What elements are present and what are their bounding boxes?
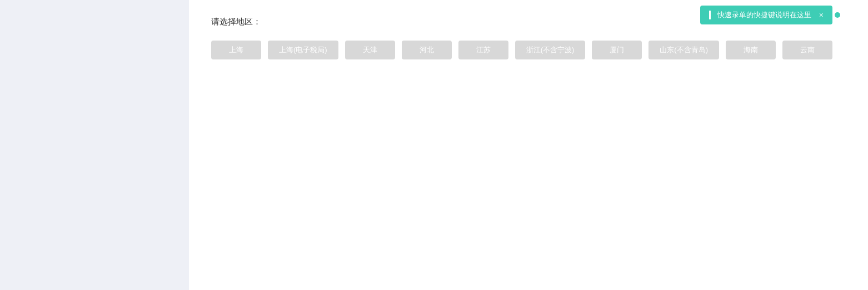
tooltip-text: 快速录单的快捷键说明在这里 bbox=[717, 10, 811, 20]
region-button-shanghai[interactable]: 上海 bbox=[211, 41, 261, 59]
region-button-zhejiang[interactable]: 浙江(不含宁波) bbox=[515, 41, 586, 59]
tooltip-box: 快速录单的快捷键说明在这里 × bbox=[700, 6, 832, 24]
main-content: 快速录单的快捷键说明在这里 × 请选择地区： 上海上海(电子税局)天津河北江苏浙… bbox=[189, 0, 868, 290]
tooltip-bar: 快速录单的快捷键说明在这里 × bbox=[700, 6, 840, 24]
region-button-yunnan[interactable]: 云南 bbox=[782, 41, 832, 59]
region-button-xiamen[interactable]: 厦门 bbox=[592, 41, 642, 59]
region-button-hebei[interactable]: 河北 bbox=[402, 41, 452, 59]
region-button-jiangsu[interactable]: 江苏 bbox=[458, 41, 508, 59]
region-button-hainan[interactable]: 海南 bbox=[726, 41, 776, 59]
tooltip-close-button[interactable]: × bbox=[819, 11, 824, 19]
region-buttons-container: 上海上海(电子税局)天津河北江苏浙江(不含宁波)厦门山东(不含青岛)海南云南 bbox=[211, 41, 846, 59]
bar-accent-icon bbox=[709, 11, 711, 19]
region-button-tianjin[interactable]: 天津 bbox=[345, 41, 395, 59]
region-button-shanghai-etax[interactable]: 上海(电子税局) bbox=[268, 41, 338, 59]
sidebar bbox=[0, 0, 189, 290]
region-button-shandong[interactable]: 山东(不含青岛) bbox=[648, 41, 719, 59]
tooltip-dot-icon bbox=[835, 12, 840, 18]
